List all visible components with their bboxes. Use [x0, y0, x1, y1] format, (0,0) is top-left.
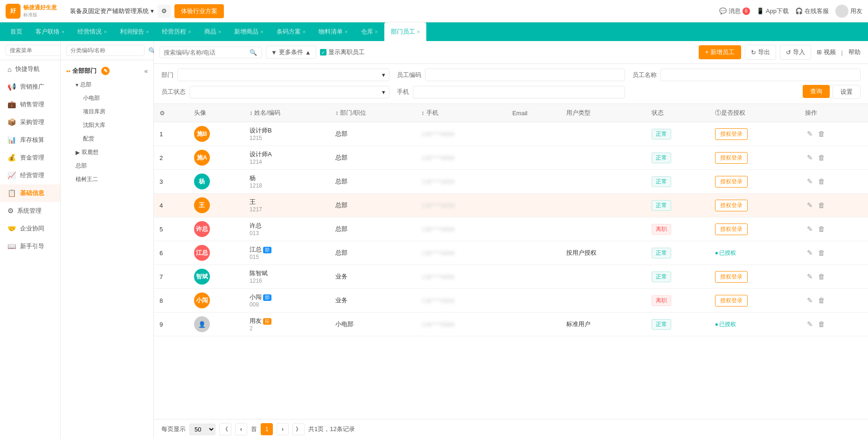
delete-btn[interactable]: 🗑	[816, 129, 827, 139]
sidebar-item-shortcut[interactable]: ⌂ 快捷导航	[0, 60, 60, 78]
dept-item-zhishu[interactable]: 植树王二	[70, 173, 153, 186]
edit-btn[interactable]: ✎	[805, 224, 815, 234]
tab-bom[interactable]: 物料清单 ×	[312, 22, 354, 41]
th-name[interactable]: ↕ 姓名/编码	[244, 104, 330, 122]
close-icon[interactable]: ×	[218, 29, 221, 35]
delete-btn[interactable]: 🗑	[816, 200, 827, 210]
dept-item-shenyangdaku[interactable]: 沈阳大库	[77, 118, 153, 132]
dept-item-shuanglu[interactable]: ▶ 双鹿想	[70, 146, 153, 159]
tab-warehouse[interactable]: 仓库 ×	[354, 22, 384, 41]
show-resign-toggle[interactable]: ✓ 显示离职员工	[320, 48, 365, 56]
tab-home[interactable]: 首页	[4, 22, 29, 41]
edit-btn[interactable]: ✎	[805, 295, 815, 306]
dept-item-xiangmukufang[interactable]: 项目库房	[77, 105, 153, 118]
tab-goods[interactable]: 商品 ×	[198, 22, 228, 41]
close-icon[interactable]: ×	[104, 29, 106, 35]
edit-btn[interactable]: ✎	[805, 272, 815, 282]
th-dept[interactable]: ↕ 部门/职位	[330, 104, 416, 122]
sidebar-item-collab[interactable]: 🤝 企业协同	[0, 220, 60, 237]
edit-btn[interactable]: ✎	[805, 248, 815, 258]
th-phone[interactable]: ↕ 手机	[416, 104, 507, 122]
close-icon[interactable]: ×	[260, 29, 263, 35]
tab-customer[interactable]: 客户联络 ×	[29, 22, 71, 41]
delete-btn[interactable]: 🗑	[816, 248, 827, 258]
delete-btn[interactable]: 🗑	[816, 176, 827, 186]
export-btn[interactable]: ↻ 导出	[745, 45, 776, 60]
emp-name-input[interactable]	[660, 69, 861, 81]
delete-btn[interactable]: 🗑	[816, 153, 827, 162]
tab-add-goods[interactable]: 新增商品 ×	[228, 22, 270, 41]
sidebar-item-purchase[interactable]: 📦 采购管理	[0, 113, 60, 131]
edit-btn[interactable]: ✎	[805, 129, 815, 139]
auth-btn[interactable]: 授权登录	[715, 152, 748, 164]
close-icon[interactable]: ×	[375, 29, 378, 35]
close-icon[interactable]: ×	[417, 29, 420, 35]
import-btn[interactable]: ↺ 导入	[780, 45, 811, 60]
auth-btn[interactable]: 授权登录	[715, 176, 748, 188]
sidebar-search-input[interactable]	[6, 45, 61, 56]
sidebar-item-guide[interactable]: 📖 新手引导	[0, 237, 60, 255]
set-btn[interactable]: 设置	[833, 85, 861, 99]
prev-page-btn[interactable]: ‹	[235, 423, 247, 435]
dept-item-xiaodianbu[interactable]: 小电部	[77, 91, 153, 105]
edit-btn[interactable]: ✎	[805, 319, 815, 329]
tab-employee[interactable]: 部门员工 ×	[384, 22, 426, 41]
emp-code-input[interactable]	[425, 69, 625, 81]
message-btn[interactable]: 💬 消息 6	[719, 7, 750, 15]
dept-item-peihuo[interactable]: 配货	[77, 132, 153, 146]
add-employee-btn[interactable]: + 新增员工	[699, 45, 741, 59]
auth-btn[interactable]: 授权登录	[715, 223, 748, 235]
next-page-btn[interactable]: ›	[277, 423, 289, 435]
sidebar-item-sales[interactable]: 💼 销售管理	[0, 96, 60, 113]
dept-select[interactable]: ▾	[177, 69, 389, 81]
sidebar-item-finance[interactable]: 💰 资金管理	[0, 149, 60, 167]
all-dept-header[interactable]: ▪▪ 全部部门 ✎ «	[61, 64, 153, 78]
toolbar-search-icon[interactable]: 🔍	[250, 49, 257, 56]
edit-btn[interactable]: ✎	[805, 200, 815, 210]
tab-barcode[interactable]: 条码方案 ×	[270, 22, 312, 41]
first-page-btn[interactable]: 《	[219, 423, 231, 435]
tab-profit[interactable]: 利润报告 ×	[113, 22, 155, 41]
auth-btn[interactable]: 授权登录	[715, 128, 748, 140]
tab-history[interactable]: 经营历程 ×	[155, 22, 197, 41]
close-icon[interactable]: ×	[146, 29, 149, 35]
gear-icon[interactable]: ⚙	[158, 5, 171, 18]
page-1-btn[interactable]: 1	[261, 423, 273, 435]
status-select[interactable]: ▾	[189, 86, 389, 98]
per-page-select[interactable]: 50 20 100	[189, 424, 215, 435]
view-btn[interactable]: ⊞ 视频	[815, 46, 838, 58]
delete-btn[interactable]: 🗑	[816, 272, 827, 281]
edit-dept-icon[interactable]: ✎	[101, 67, 110, 75]
close-icon[interactable]: ×	[188, 29, 191, 35]
sidebar-item-marketing[interactable]: 📢 营销推广	[0, 78, 60, 96]
delete-btn[interactable]: 🗑	[816, 319, 827, 329]
user-menu[interactable]: 用友	[835, 5, 862, 18]
dept-item-zongbu2[interactable]: 总部	[70, 159, 153, 173]
close-icon[interactable]: ×	[62, 29, 64, 35]
delete-btn[interactable]: 🗑	[816, 295, 827, 305]
auth-btn[interactable]: 授权登录	[715, 271, 748, 283]
search-input[interactable]	[164, 49, 248, 56]
tab-operation[interactable]: 经营情况 ×	[71, 22, 113, 41]
th-settings[interactable]: ⚙	[154, 104, 188, 122]
sidebar-item-inventory[interactable]: 📊 库存核算	[0, 131, 60, 149]
edit-btn[interactable]: ✎	[805, 153, 815, 163]
auth-btn[interactable]: 授权登录	[715, 295, 748, 307]
sidebar-item-basic[interactable]: 📋 基础信息	[0, 184, 60, 202]
close-icon[interactable]: ×	[303, 29, 306, 35]
online-service-btn[interactable]: 🎧 在线客服	[795, 7, 829, 15]
edit-btn[interactable]: ✎	[805, 176, 815, 187]
dept-search-input[interactable]	[66, 45, 145, 56]
sidebar-item-business[interactable]: 📈 经营管理	[0, 167, 60, 184]
sidebar-item-system[interactable]: ⚙ 系统管理	[0, 202, 60, 220]
try-btn[interactable]: 体验行业方案	[174, 4, 224, 18]
more-conditions-btn[interactable]: ▼ 更多条件 ▲	[266, 46, 316, 59]
query-btn[interactable]: 查询	[803, 85, 830, 98]
dept-item-zongbu[interactable]: ▾ 总部	[70, 78, 153, 91]
collapse-icon[interactable]: «	[144, 67, 148, 75]
auth-btn[interactable]: 授权登录	[715, 200, 748, 211]
phone-input[interactable]	[413, 86, 625, 98]
close-icon[interactable]: ×	[345, 29, 347, 35]
system-title[interactable]: 装备及固定资产辅助管理系统 ▾	[70, 7, 154, 15]
app-download-btn[interactable]: 📱 App下载	[757, 7, 789, 15]
